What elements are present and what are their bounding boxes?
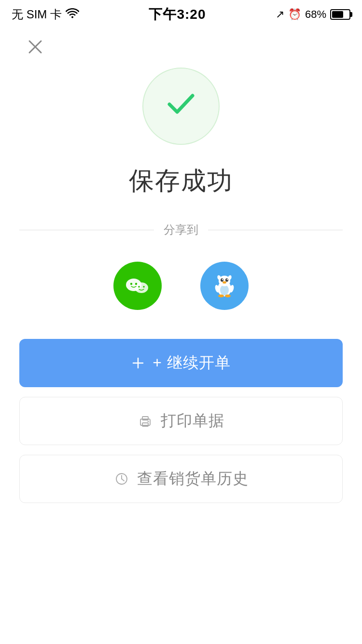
location-icon: ↗ — [276, 8, 284, 21]
system-indicators: ↗ ⏰ 68% — [276, 8, 350, 21]
divider-right — [208, 230, 343, 230]
svg-rect-26 — [142, 423, 148, 426]
carrier-text: 无 SIM 卡 — [12, 7, 62, 22]
status-bar: 无 SIM 卡 下午3:20 ↗ ⏰ 68% — [0, 0, 362, 29]
checkmark-icon — [162, 84, 200, 129]
time-display: 下午3:20 — [149, 5, 206, 24]
qq-icon — [210, 271, 239, 300]
print-receipt-label: 打印单据 — [161, 410, 224, 432]
history-icon — [114, 471, 129, 487]
close-icon — [28, 39, 43, 55]
share-section: 分享到 — [0, 222, 362, 310]
continue-order-button[interactable]: + 继续开单 — [19, 339, 343, 387]
svg-point-5 — [135, 283, 137, 285]
view-history-button[interactable]: 查看销货单历史 — [19, 455, 343, 503]
close-button[interactable] — [23, 35, 47, 59]
alarm-icon: ⏰ — [288, 8, 301, 21]
battery-icon — [330, 9, 350, 20]
success-title: 保存成功 — [129, 164, 233, 198]
svg-point-7 — [143, 286, 145, 288]
svg-point-19 — [225, 294, 231, 297]
svg-line-30 — [122, 479, 124, 481]
svg-point-15 — [223, 281, 226, 284]
plus-icon — [131, 356, 145, 370]
main-content: 保存成功 分享到 — [0, 29, 362, 503]
svg-point-4 — [130, 283, 132, 285]
svg-point-18 — [218, 294, 224, 297]
battery-fill — [332, 11, 343, 18]
continue-order-label: + 继续开单 — [153, 352, 231, 374]
battery-indicator — [330, 9, 350, 20]
carrier-info: 无 SIM 卡 — [12, 7, 79, 22]
svg-point-13 — [222, 279, 223, 280]
share-divider: 分享到 — [19, 222, 343, 238]
svg-point-14 — [227, 279, 228, 280]
view-history-label: 查看销货单历史 — [137, 468, 249, 490]
wechat-icon — [123, 271, 152, 300]
divider-left — [19, 230, 154, 230]
svg-point-27 — [148, 421, 149, 422]
share-qq-button[interactable] — [200, 262, 249, 310]
svg-point-6 — [138, 286, 140, 288]
svg-point-9 — [220, 285, 229, 295]
success-circle — [142, 68, 220, 145]
print-icon — [138, 413, 153, 429]
battery-text: 68% — [305, 8, 326, 21]
wifi-icon — [66, 8, 79, 21]
print-receipt-button[interactable]: 打印单据 — [19, 397, 343, 445]
share-label: 分享到 — [154, 222, 208, 238]
svg-rect-25 — [142, 417, 148, 420]
share-wechat-button[interactable] — [113, 262, 162, 310]
share-icons — [19, 262, 343, 310]
action-buttons: + 继续开单 打印单据 查看销 — [0, 339, 362, 503]
